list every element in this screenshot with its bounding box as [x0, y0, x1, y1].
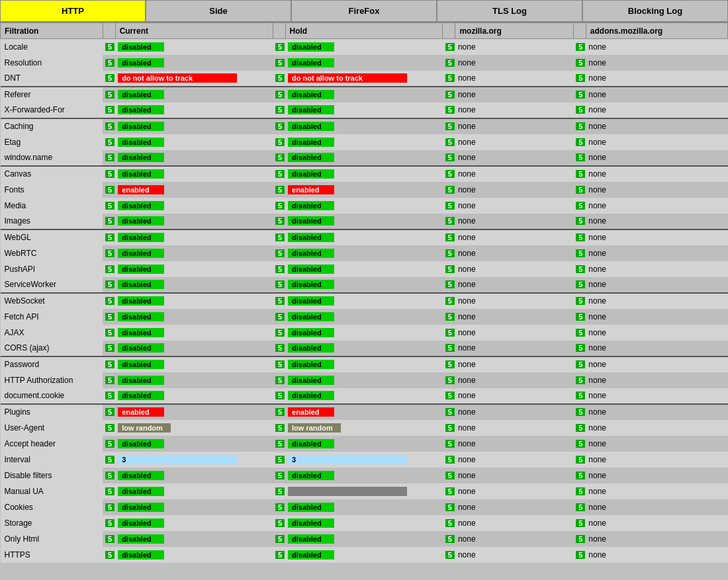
cur-val[interactable]: disabled	[115, 103, 273, 118]
row-label: WebRTC	[1, 245, 103, 261]
hold-val[interactable]: enabled	[285, 404, 443, 420]
hold-val[interactable]: disabled	[285, 166, 443, 182]
hold-val[interactable]: disabled	[285, 325, 443, 341]
cur-val[interactable]: disabled	[115, 388, 273, 404]
badge-hold: 5	[273, 198, 285, 214]
hold-val[interactable]: disabled	[285, 341, 443, 356]
row-label: Fetch API	[1, 309, 103, 325]
cur-val[interactable]: disabled	[115, 499, 273, 515]
row-label: Accept header	[1, 436, 103, 452]
table-row: WebSocket 5 disabled 5 disabled 5 none 5…	[1, 293, 728, 309]
hold-val[interactable]: disabled	[285, 309, 443, 325]
hold-val[interactable]: disabled	[285, 277, 443, 293]
table-row: Only Html 5 disabled 5 disabled 5 none 5…	[1, 531, 728, 547]
hold-val[interactable]: disabled	[285, 55, 443, 71]
hold-val[interactable]: low random	[285, 420, 443, 436]
cur-val[interactable]: enabled	[115, 404, 273, 420]
cur-val[interactable]: disabled	[115, 245, 273, 261]
cur-val[interactable]: disabled	[115, 198, 273, 214]
moz-val: none	[455, 468, 573, 483]
cur-val[interactable]: disabled	[115, 214, 273, 229]
cur-val[interactable]: disabled	[115, 547, 273, 563]
cur-val[interactable]: disabled	[115, 150, 273, 166]
badge-addons: 5	[573, 531, 586, 547]
cur-val[interactable]: disabled	[115, 325, 273, 341]
cur-val[interactable]: disabled	[115, 55, 273, 71]
hold-val[interactable]: disabled	[285, 261, 443, 277]
hold-val[interactable]: 3	[285, 452, 443, 468]
hold-val[interactable]: disabled	[285, 134, 443, 150]
table-row: Fetch API 5 disabled 5 disabled 5 none 5…	[1, 309, 728, 325]
tab-http[interactable]: HTTP	[0, 0, 146, 22]
hold-val[interactable]: disabled	[285, 531, 443, 547]
hold-val[interactable]: do not allow to track	[285, 71, 443, 87]
tab-firefox[interactable]: FireFox	[291, 0, 437, 22]
hold-val[interactable]	[285, 483, 443, 499]
hold-val[interactable]: disabled	[285, 388, 443, 404]
cur-val[interactable]: disabled	[115, 515, 273, 531]
hold-val[interactable]: disabled	[285, 150, 443, 166]
hold-val[interactable]: enabled	[285, 182, 443, 198]
addons-val: none	[586, 39, 727, 55]
tab-blocking-log[interactable]: Blocking Log	[582, 0, 728, 22]
hold-val[interactable]: disabled	[285, 214, 443, 229]
cur-val[interactable]: 3	[115, 452, 273, 468]
hold-val[interactable]: disabled	[285, 103, 443, 118]
tab-tls-log[interactable]: TLS Log	[437, 0, 582, 22]
hold-val[interactable]: disabled	[285, 499, 443, 515]
hold-val[interactable]: disabled	[285, 245, 443, 261]
badge-cur: 5	[103, 198, 115, 214]
cur-val[interactable]: disabled	[115, 39, 273, 55]
badge-addons: 5	[573, 55, 586, 71]
cur-val[interactable]: do not allow to track	[115, 71, 273, 87]
hold-val[interactable]: disabled	[285, 87, 443, 103]
hold-val[interactable]: disabled	[285, 293, 443, 309]
cur-val[interactable]: low random	[115, 420, 273, 436]
badge-hold: 5	[273, 388, 285, 404]
cur-val[interactable]: disabled	[115, 166, 273, 182]
hold-val[interactable]: disabled	[285, 198, 443, 214]
hold-val[interactable]: disabled	[285, 356, 443, 372]
cur-val[interactable]: disabled	[115, 468, 273, 483]
badge-moz: 5	[443, 341, 455, 356]
cur-val[interactable]: disabled	[115, 118, 273, 134]
tab-side[interactable]: Side	[146, 0, 291, 22]
hold-val[interactable]: disabled	[285, 372, 443, 388]
addons-val: none	[586, 198, 727, 214]
cur-val[interactable]: disabled	[115, 531, 273, 547]
cur-val[interactable]: disabled	[115, 309, 273, 325]
badge-hold: 5	[273, 420, 285, 436]
addons-val: none	[586, 404, 727, 420]
addons-val: none	[586, 150, 727, 166]
badge-cur: 5	[103, 71, 115, 87]
hold-val[interactable]: disabled	[285, 436, 443, 452]
header-filtration: Filtration	[1, 23, 103, 39]
hold-val[interactable]: disabled	[285, 515, 443, 531]
hold-val[interactable]: disabled	[285, 468, 443, 483]
cur-val[interactable]: enabled	[115, 182, 273, 198]
header-empty1	[103, 23, 115, 39]
cur-val[interactable]: disabled	[115, 134, 273, 150]
cur-val[interactable]: disabled	[115, 293, 273, 309]
cur-val[interactable]: disabled	[115, 341, 273, 356]
scroll-area[interactable]: Filtration Current Hold mozilla.org addo…	[0, 22, 728, 576]
cur-val[interactable]: disabled	[115, 372, 273, 388]
badge-cur: 5	[103, 452, 115, 468]
badge-addons: 5	[573, 166, 586, 182]
cur-val[interactable]: disabled	[115, 261, 273, 277]
cur-val[interactable]: disabled	[115, 436, 273, 452]
moz-val: none	[455, 309, 573, 325]
badge-cur: 5	[103, 39, 115, 55]
table-row: WebGL 5 disabled 5 disabled 5 none 5 non…	[1, 229, 728, 245]
cur-val[interactable]: disabled	[115, 483, 273, 499]
badge-hold: 5	[273, 547, 285, 563]
hold-val[interactable]: disabled	[285, 229, 443, 245]
cur-val[interactable]: disabled	[115, 229, 273, 245]
cur-val[interactable]: disabled	[115, 356, 273, 372]
hold-val[interactable]: disabled	[285, 118, 443, 134]
cur-val[interactable]: disabled	[115, 87, 273, 103]
hold-val[interactable]: disabled	[285, 39, 443, 55]
row-label: HTTP Authorization	[1, 372, 103, 388]
hold-val[interactable]: disabled	[285, 547, 443, 563]
cur-val[interactable]: disabled	[115, 277, 273, 293]
